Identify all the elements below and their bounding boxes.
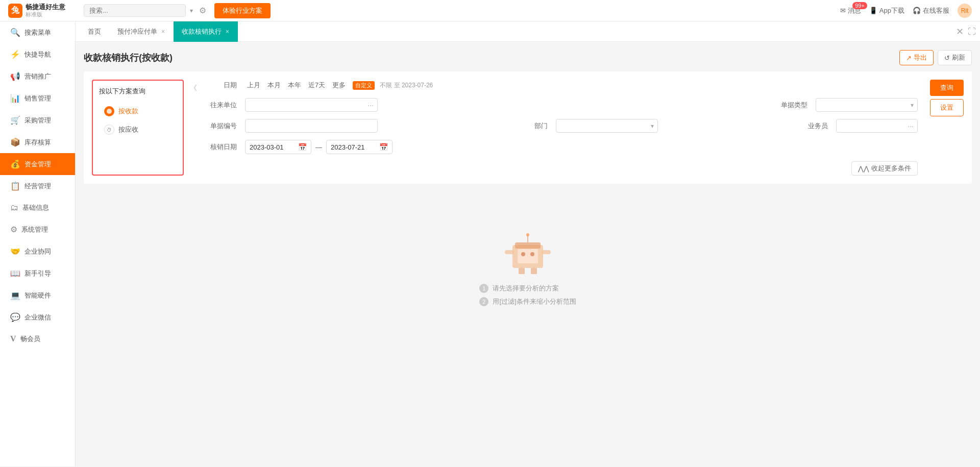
staff-dots-icon[interactable]: ··· xyxy=(908,122,914,130)
filter-option-by-receipt[interactable]: 按收款 xyxy=(99,102,177,120)
phone-icon: 📱 xyxy=(869,7,877,14)
dept-select-wrapper: ▾ xyxy=(556,119,658,133)
counterpart-input-wrapper: ··· xyxy=(245,98,378,112)
layout: 🔍 搜索菜单 ⚡ 快捷导航 📢 营销推广 📊 销售管理 🛒 采购管理 📦 库存核… xyxy=(0,21,980,467)
sidebar-label-inventory: 库存核算 xyxy=(24,138,51,147)
query-buttons: 查询 设置 xyxy=(930,80,964,116)
refresh-icon: ↺ xyxy=(944,54,950,62)
doc-no-input[interactable] xyxy=(245,119,378,133)
tab-receipt-label: 收款核销执行 xyxy=(182,27,222,36)
sidebar-item-sales[interactable]: 📊 销售管理 xyxy=(0,87,75,109)
date-btn-7days[interactable]: 近7天 xyxy=(306,80,327,91)
tab-home[interactable]: 首页 xyxy=(80,21,109,42)
message-btn[interactable]: ✉ 消息 99+ xyxy=(840,6,861,15)
counterpart-input[interactable] xyxy=(245,98,378,112)
empty-tip-1: 1 请先选择要分析的方案 xyxy=(479,284,576,293)
sidebar-item-inventory[interactable]: 📦 库存核算 xyxy=(0,131,75,153)
query-button[interactable]: 查询 xyxy=(930,80,964,96)
app-download-btn[interactable]: 📱 App下载 xyxy=(869,6,904,15)
settings-icon[interactable]: ⚙ xyxy=(199,6,206,15)
filter-option-by-receivable[interactable]: ⏱ 按应收 xyxy=(99,120,177,139)
headset-icon: 🎧 xyxy=(913,7,921,14)
staff-label: 业务员 xyxy=(797,121,828,131)
sidebar-item-hardware[interactable]: 💻 智能硬件 xyxy=(0,284,75,306)
doc-type-label: 单据类型 xyxy=(777,101,807,110)
calendar-end-icon: 📅 xyxy=(379,143,388,151)
search-dropdown-icon[interactable]: ▾ xyxy=(190,7,193,14)
sidebar-item-enterprise[interactable]: 🤝 企业协同 xyxy=(0,240,75,262)
svg-rect-3 xyxy=(518,249,538,263)
sidebar-item-system[interactable]: ⚙ 系统管理 xyxy=(0,218,75,240)
export-label: 导出 xyxy=(914,53,927,62)
main-content: 首页 预付冲应付单 × 收款核销执行 × ✕ ⛶ 收款核销执行(按收款) xyxy=(76,21,980,467)
verify-date-label: 核销日期 xyxy=(206,142,237,152)
filter-counterpart-row: 往来单位 ··· 单据类型 xyxy=(206,98,918,112)
solution-button[interactable]: 体验行业方案 xyxy=(214,3,271,18)
tab-bar-right: ✕ ⛶ xyxy=(956,26,976,37)
receipt-option-icon xyxy=(104,106,114,116)
sidebar-item-member[interactable]: V 畅会员 xyxy=(0,328,75,350)
sidebar-item-guide[interactable]: 📖 新手引导 xyxy=(0,262,75,284)
sidebar-item-basic[interactable]: 🗂 基础信息 xyxy=(0,197,75,218)
verify-date-end-text: 2023-07-21 xyxy=(331,143,365,151)
filter-section-title: 按以下方案查询 xyxy=(99,87,177,96)
sidebar-item-purchase[interactable]: 🛒 采购管理 xyxy=(0,109,75,131)
tab-receipt-close[interactable]: × xyxy=(226,28,229,35)
tab-prepay[interactable]: 预付冲应付单 × xyxy=(109,21,174,42)
date-btn-this-year[interactable]: 本年 xyxy=(286,80,303,91)
tab-bar: 首页 预付冲应付单 × 收款核销执行 × ✕ ⛶ xyxy=(76,21,980,42)
tab-home-label: 首页 xyxy=(88,27,101,36)
export-icon: ↗ xyxy=(906,54,912,62)
message-icon: ✉ xyxy=(840,7,846,14)
collapse-more-button[interactable]: ⋀⋀ 收起更多条件 xyxy=(851,161,918,176)
tip-num-2: 2 xyxy=(479,297,488,306)
date-btn-this-month[interactable]: 本月 xyxy=(265,80,283,91)
sidebar-item-wechat[interactable]: 💬 企业微信 xyxy=(0,306,75,328)
setting-button[interactable]: 设置 xyxy=(930,99,964,116)
counterpart-dots-icon[interactable]: ··· xyxy=(368,101,374,109)
tab-close-all-icon[interactable]: ✕ xyxy=(956,26,964,37)
date-custom-tag: 自定义 xyxy=(353,81,375,90)
online-service-btn[interactable]: 🎧 在线客服 xyxy=(913,6,949,15)
sidebar-item-quick-nav[interactable]: ⚡ 快捷导航 xyxy=(0,43,75,65)
verify-date-start-text: 2023-03-01 xyxy=(250,143,284,151)
app-edition: 标准版 xyxy=(26,11,65,18)
sidebar-item-business[interactable]: 📋 经营管理 xyxy=(0,175,75,197)
date-btn-last-month[interactable]: 上月 xyxy=(245,80,262,91)
dept-select[interactable] xyxy=(556,119,658,133)
date-btn-more[interactable]: 更多 xyxy=(330,80,348,91)
tip-text-2: 用[过滤]条件来缩小分析范围 xyxy=(493,297,576,306)
sidebar-item-finance[interactable]: 💰 资金管理 xyxy=(0,153,75,175)
filter-verify-date-row: 核销日期 2023-03-01 📅 — 2023-07-21 xyxy=(206,140,918,154)
top-bar-right: ✉ 消息 99+ 📱 App下载 🎧 在线客服 Rit xyxy=(840,4,972,18)
filter-docno-row: 单据编号 部门 ▾ xyxy=(206,119,918,133)
filter-left-panel: 按以下方案查询 按收款 ⏱ 按应收 xyxy=(92,80,184,176)
sidebar-item-marketing[interactable]: 📢 营销推广 xyxy=(0,65,75,87)
tab-prepay-close[interactable]: × xyxy=(161,28,165,35)
finance-icon: 💰 xyxy=(10,159,20,169)
receivable-option-icon: ⏱ xyxy=(104,125,114,135)
date-range-text: 不限 至 2023-07-26 xyxy=(380,81,433,90)
verify-date-end-input[interactable]: 2023-07-21 📅 xyxy=(326,140,393,154)
avatar[interactable]: Rit xyxy=(958,4,972,18)
staff-input[interactable] xyxy=(836,119,918,133)
tab-expand-icon[interactable]: ⛶ xyxy=(968,27,976,36)
sidebar-label-hardware: 智能硬件 xyxy=(24,291,51,300)
filter-option-receipt-label: 按收款 xyxy=(118,107,138,116)
svg-point-4 xyxy=(521,252,525,256)
filter-option-receivable-label: 按应收 xyxy=(118,125,138,134)
online-service-label: 在线客服 xyxy=(923,6,949,15)
collapse-more-area: ⋀⋀ 收起更多条件 xyxy=(206,161,918,176)
doc-type-select[interactable] xyxy=(816,98,918,112)
export-button[interactable]: ↗ 导出 xyxy=(899,50,934,65)
staff-input-wrapper: ··· xyxy=(836,119,918,133)
tab-receipt[interactable]: 收款核销执行 × xyxy=(174,21,238,42)
refresh-button[interactable]: ↺ 刷新 xyxy=(938,50,972,65)
app-name: 畅捷通好生意 xyxy=(26,3,65,11)
sidebar-item-search-menu[interactable]: 🔍 搜索菜单 xyxy=(0,21,75,43)
sales-icon: 📊 xyxy=(10,93,20,103)
search-input[interactable] xyxy=(84,4,186,17)
sidebar-label-member: 畅会员 xyxy=(20,334,40,343)
verify-date-start-input[interactable]: 2023-03-01 📅 xyxy=(245,140,311,154)
collapse-filter-btn[interactable]: 《 xyxy=(190,80,200,176)
